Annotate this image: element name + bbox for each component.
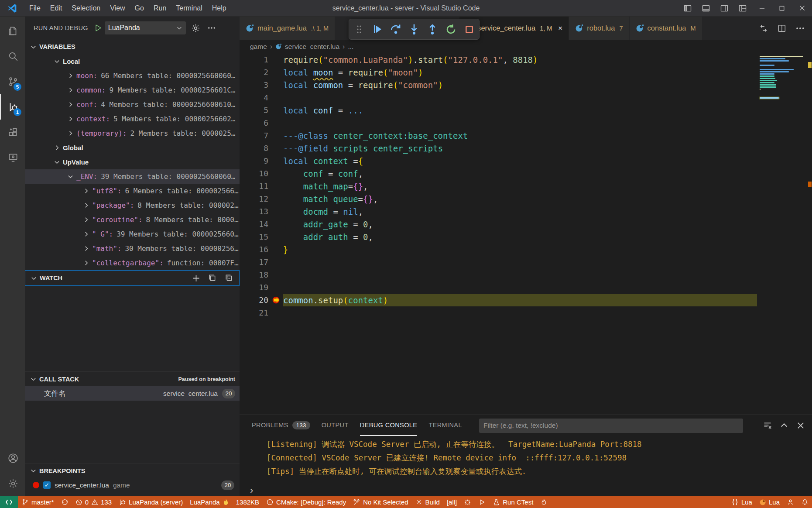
restart-button[interactable] (445, 24, 456, 35)
code-line-18[interactable]: 18 (240, 268, 812, 281)
line-number[interactable]: 9 (242, 156, 268, 165)
console-prompt[interactable]: › (240, 485, 812, 496)
breakpoints-header[interactable]: BREAKPOINTS (25, 463, 240, 478)
activity-settings-gear-icon[interactable] (0, 471, 25, 496)
variables-header[interactable]: VARIABLES (25, 39, 240, 54)
step-out-button[interactable] (427, 24, 438, 35)
menu-run[interactable]: Run (149, 2, 171, 15)
code-line-20[interactable]: 20common.setup(context) (240, 294, 812, 306)
line-number[interactable]: 10 (242, 169, 268, 178)
step-into-button[interactable] (408, 24, 420, 35)
panel-tab-debug-console[interactable]: DEBUG CONSOLE (360, 415, 418, 436)
code-line-16[interactable]: 16} (240, 243, 812, 256)
continue-button[interactable] (372, 24, 383, 35)
code-line-7[interactable]: 7---@class center_context:base_context (240, 129, 812, 142)
panel-tab-terminal[interactable]: TERMINAL (428, 415, 462, 436)
chevron-right-icon[interactable] (67, 87, 74, 93)
chevron-right-icon[interactable] (67, 116, 74, 122)
activity-remote-explorer-icon[interactable] (0, 145, 25, 170)
code-line-14[interactable]: 14 addr_gate = 0, (240, 218, 812, 230)
step-over-button[interactable] (390, 24, 401, 35)
code-line-6[interactable]: 6 (240, 117, 812, 129)
activity-source-control-icon[interactable]: 5 (0, 69, 25, 94)
activity-files-icon[interactable] (0, 18, 25, 44)
code-line-1[interactable]: 1require("common.LuaPanda").start("127.0… (240, 53, 812, 66)
statusbar-git-branch[interactable]: master* (18, 496, 58, 508)
layout-customize-icon[interactable] (733, 0, 752, 16)
menu-selection[interactable]: Selection (67, 2, 105, 15)
code-line-12[interactable]: 12 match_queue={}, (240, 192, 812, 205)
code-line-19[interactable]: 19 (240, 281, 812, 294)
sidebar-more-actions-icon[interactable] (206, 22, 217, 34)
code-line-3[interactable]: 3local common = require("common") (240, 79, 812, 91)
variable-row[interactable]: "package":8 Members table: 000002566… (25, 198, 240, 213)
variable-row[interactable]: Global (25, 141, 240, 155)
statusbar-debug-session[interactable]: LuaPanda (server) (115, 496, 186, 508)
chevron-right-icon[interactable] (67, 72, 74, 79)
menu-view[interactable]: View (105, 2, 130, 15)
code-line-9[interactable]: 9local context ={ (240, 154, 812, 167)
statusbar-sync[interactable] (58, 496, 72, 508)
chevron-down-icon[interactable] (67, 173, 74, 180)
code-line-2[interactable]: 2local moon = require("moon") (240, 66, 812, 79)
line-number[interactable]: 21 (242, 308, 268, 317)
statusbar-notifications-bell[interactable] (798, 496, 812, 508)
window-minimize-icon[interactable] (752, 0, 772, 16)
console-filter[interactable] (479, 419, 743, 433)
statusbar-luapanda-ext[interactable]: LuaPanda (186, 496, 232, 508)
line-number[interactable]: 15 (242, 232, 268, 241)
stop-button[interactable] (463, 24, 475, 35)
code-line-4[interactable]: 4 (240, 91, 812, 104)
window-close-icon[interactable] (792, 0, 812, 16)
line-number[interactable]: 14 (242, 220, 268, 229)
line-number[interactable]: 16 (242, 245, 268, 254)
statusbar-build-target[interactable]: [all] (443, 496, 460, 508)
collapse-all-icon[interactable] (223, 272, 235, 284)
statusbar-flame[interactable] (537, 496, 551, 508)
statusbar-language-mode[interactable]: Lua (756, 496, 783, 508)
debug-settings-gear-icon[interactable] (190, 22, 202, 34)
statusbar-run-ctest[interactable]: Run CTest (489, 496, 537, 508)
menu-file[interactable]: File (24, 2, 45, 15)
chevron-right-icon[interactable] (83, 202, 89, 209)
statusbar-feedback[interactable] (783, 496, 798, 508)
tab-robot.lua[interactable]: robot.lua7 (569, 17, 629, 40)
activity-extensions-icon[interactable] (0, 120, 25, 145)
split-editor-icon[interactable] (777, 24, 787, 33)
statusbar-remote-indicator[interactable] (0, 496, 18, 508)
statusbar-cmake-kit[interactable]: No Kit Selected (349, 496, 411, 508)
layout-sidebar-left-icon[interactable] (678, 0, 697, 16)
tab-constant.lua[interactable]: constant.luaM (630, 17, 702, 40)
line-number[interactable]: 20 (242, 295, 268, 305)
chevron-up-icon[interactable] (780, 421, 788, 430)
code-line-13[interactable]: 13 docmd = nil, (240, 205, 812, 218)
variable-row[interactable]: "_G":39 Members table: 0000025660060… (25, 227, 240, 241)
variable-row[interactable]: moon:66 Members table: 00000256600606… (25, 69, 240, 83)
statusbar-lua-language-server[interactable]: Lua (728, 496, 756, 508)
chevron-right-icon[interactable] (83, 245, 89, 252)
line-number[interactable]: 13 (242, 207, 268, 216)
code-line-15[interactable]: 15 addr_auth = 0, (240, 230, 812, 243)
line-number[interactable]: 12 (242, 194, 268, 203)
breadcrumb[interactable]: game › service_center.lua › ... (240, 40, 812, 53)
debug-config-dropdown[interactable]: LuaPanda (105, 21, 186, 34)
line-number[interactable]: 11 (242, 182, 268, 191)
chevron-right-icon[interactable] (83, 188, 89, 194)
panel-tab-output[interactable]: OUTPUT (322, 415, 349, 436)
chevron-right-icon[interactable] (67, 101, 74, 108)
call-stack-header[interactable]: CALL STACK Paused on breakpoint (25, 371, 240, 386)
line-number[interactable]: 19 (242, 283, 268, 292)
chevron-right-icon[interactable] (54, 144, 60, 151)
chevron-right-icon[interactable] (83, 231, 89, 237)
remove-all-icon[interactable] (207, 272, 218, 284)
menu-help[interactable]: Help (207, 2, 231, 15)
menu-go[interactable]: Go (130, 2, 149, 15)
variable-row[interactable]: "utf8":6 Members table: 000002566006… (25, 184, 240, 198)
code-line-21[interactable]: 21 (240, 306, 812, 319)
breadcrumb-folder[interactable]: game (250, 43, 267, 51)
line-number[interactable]: 1 (242, 55, 268, 64)
chevron-right-icon[interactable] (83, 216, 89, 223)
statusbar-launch-play[interactable] (475, 496, 489, 508)
menu-terminal[interactable]: Terminal (171, 2, 207, 15)
line-number[interactable]: 3 (242, 80, 268, 89)
